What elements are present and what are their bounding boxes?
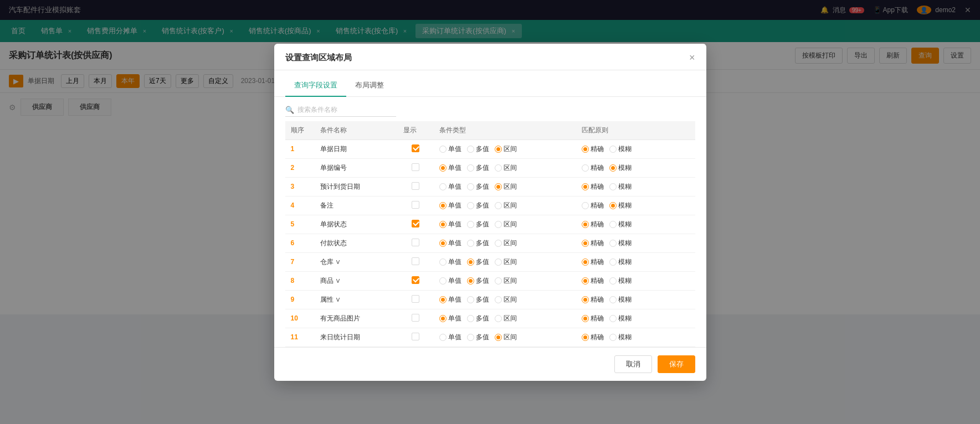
match-radio-精确[interactable]: 精确 <box>582 276 604 286</box>
radio-dot <box>495 258 502 266</box>
radio-dot <box>582 146 589 153</box>
match-radio-精确[interactable]: 精确 <box>582 257 604 267</box>
radio-dot <box>439 296 447 303</box>
type-radio-多值[interactable]: 多值 <box>467 276 489 286</box>
type-radio-单值[interactable]: 单值 <box>439 314 461 315</box>
tab-layout[interactable]: 布局调整 <box>346 77 393 97</box>
show-checkbox[interactable] <box>412 257 419 265</box>
dialog-search-area: 🔍 <box>274 97 706 121</box>
type-radio-区间[interactable]: 区间 <box>495 239 517 248</box>
cell-show <box>398 252 433 271</box>
show-checkbox[interactable] <box>412 276 419 284</box>
match-radio-精确[interactable]: 精确 <box>582 201 604 210</box>
radio-dot <box>439 146 447 153</box>
match-radio-精确[interactable]: 精确 <box>582 144 604 154</box>
table-row: 5单据状态单值多值区间精确模糊 <box>285 215 695 234</box>
type-radio-单值[interactable]: 单值 <box>439 257 461 267</box>
cell-type: 单值多值区间 <box>434 139 576 158</box>
type-radio-区间[interactable]: 区间 <box>495 314 517 315</box>
type-radio-单值[interactable]: 单值 <box>439 182 461 192</box>
type-radio-多值[interactable]: 多值 <box>467 182 489 192</box>
cell-show <box>398 177 433 196</box>
show-checkbox[interactable] <box>412 220 419 227</box>
match-radio-精确[interactable]: 精确 <box>582 295 604 304</box>
show-checkbox[interactable] <box>412 314 419 315</box>
show-checkbox[interactable] <box>412 144 419 152</box>
modal-overlay: 设置查询区域布局 × 查询字段设置 布局调整 🔍 顺序 条件名称 显示 <box>0 0 980 314</box>
type-radio-区间[interactable]: 区间 <box>495 276 517 286</box>
cell-seq: 1 <box>285 139 315 158</box>
cell-name: 备注 <box>315 196 398 215</box>
match-radio-精确[interactable]: 精确 <box>582 220 604 229</box>
radio-dot <box>609 221 617 228</box>
type-radio-多值[interactable]: 多值 <box>467 295 489 304</box>
radio-dot <box>467 183 474 190</box>
dialog-table: 顺序 条件名称 显示 条件类型 匹配原则 1单据日期单值多值区间精确模糊2单据编… <box>285 121 695 315</box>
radio-dot <box>495 221 502 228</box>
type-radio-单值[interactable]: 单值 <box>439 144 461 154</box>
match-radio-模糊[interactable]: 模糊 <box>609 163 632 173</box>
radio-dot <box>467 296 474 303</box>
dialog-close-button[interactable]: × <box>689 53 695 63</box>
type-radio-区间[interactable]: 区间 <box>495 257 517 267</box>
type-radio-多值[interactable]: 多值 <box>467 201 489 210</box>
type-radio-单值[interactable]: 单值 <box>439 276 461 286</box>
match-radio-模糊[interactable]: 模糊 <box>609 201 632 210</box>
show-checkbox[interactable] <box>412 295 419 303</box>
cell-seq: 10 <box>285 309 315 314</box>
type-radio-多值[interactable]: 多值 <box>467 220 489 229</box>
type-radio-区间[interactable]: 区间 <box>495 163 517 173</box>
radio-dot <box>582 183 589 190</box>
match-radio-精确[interactable]: 精确 <box>582 163 604 173</box>
cell-type: 单值多值区间 <box>434 234 576 252</box>
type-radio-多值[interactable]: 多值 <box>467 257 489 267</box>
type-radio-区间[interactable]: 区间 <box>495 182 517 192</box>
search-box: 🔍 <box>285 104 396 117</box>
show-checkbox[interactable] <box>412 182 419 190</box>
match-radio-精确[interactable]: 精确 <box>582 182 604 192</box>
radio-dot <box>495 296 502 303</box>
table-row: 8商品 ∨单值多值区间精确模糊 <box>285 271 695 290</box>
type-radio-区间[interactable]: 区间 <box>495 220 517 229</box>
match-radio-精确[interactable]: 精确 <box>582 239 604 248</box>
radio-dot <box>495 277 502 285</box>
match-radio-模糊[interactable]: 模糊 <box>609 314 632 315</box>
type-radio-单值[interactable]: 单值 <box>439 163 461 173</box>
show-checkbox[interactable] <box>412 163 419 171</box>
match-radio-模糊[interactable]: 模糊 <box>609 257 632 267</box>
type-radio-区间[interactable]: 区间 <box>495 144 517 154</box>
type-radio-单值[interactable]: 单值 <box>439 220 461 229</box>
type-radio-多值[interactable]: 多值 <box>467 144 489 154</box>
radio-dot <box>495 164 502 172</box>
show-checkbox[interactable] <box>412 201 419 209</box>
search-input[interactable] <box>297 106 386 113</box>
tab-query-fields[interactable]: 查询字段设置 <box>285 77 346 97</box>
table-row: 1单据日期单值多值区间精确模糊 <box>285 139 695 158</box>
type-radio-多值[interactable]: 多值 <box>467 314 489 315</box>
show-checkbox[interactable] <box>412 239 419 246</box>
radio-dot <box>495 202 502 209</box>
th-show: 显示 <box>398 121 433 140</box>
match-radio-模糊[interactable]: 模糊 <box>609 239 632 248</box>
match-radio-模糊[interactable]: 模糊 <box>609 144 632 154</box>
cell-type: 单值多值区间 <box>434 252 576 271</box>
cell-name: 付款状态 <box>315 234 398 252</box>
cell-show <box>398 196 433 215</box>
dialog-table-wrap: 顺序 条件名称 显示 条件类型 匹配原则 1单据日期单值多值区间精确模糊2单据编… <box>274 121 706 315</box>
type-radio-单值[interactable]: 单值 <box>439 239 461 248</box>
match-radio-模糊[interactable]: 模糊 <box>609 276 632 286</box>
type-radio-多值[interactable]: 多值 <box>467 239 489 248</box>
type-radio-区间[interactable]: 区间 <box>495 201 517 210</box>
match-radio-模糊[interactable]: 模糊 <box>609 220 632 229</box>
match-radio-精确[interactable]: 精确 <box>582 314 604 315</box>
match-radio-模糊[interactable]: 模糊 <box>609 182 632 192</box>
type-radio-单值[interactable]: 单值 <box>439 201 461 210</box>
type-radio-多值[interactable]: 多值 <box>467 163 489 173</box>
radio-dot <box>467 277 474 285</box>
type-radio-区间[interactable]: 区间 <box>495 295 517 304</box>
cell-show <box>398 158 433 177</box>
type-radio-单值[interactable]: 单值 <box>439 295 461 304</box>
match-radio-模糊[interactable]: 模糊 <box>609 295 632 304</box>
cell-type: 单值多值区间 <box>434 177 576 196</box>
radio-dot <box>582 296 589 303</box>
